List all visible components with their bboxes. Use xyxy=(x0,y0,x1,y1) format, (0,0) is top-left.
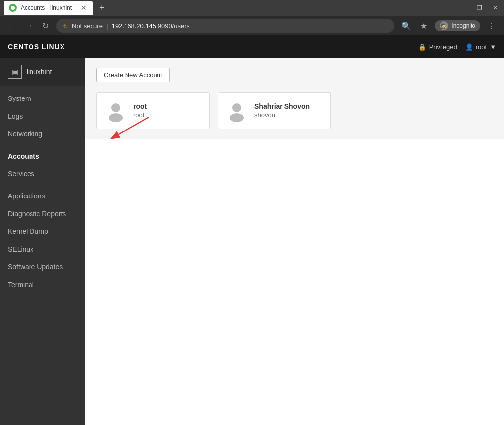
user-menu[interactable]: 👤 root ▼ xyxy=(465,43,496,51)
sidebar-item-diagnostic-reports[interactable]: Diagnostic Reports xyxy=(0,205,85,223)
account-username-shovon: shovon xyxy=(254,111,310,119)
toolbar-actions: 🔍 ★ 🕵 Incognito ⋮ xyxy=(399,19,498,33)
sidebar-item-terminal[interactable]: Terminal xyxy=(0,276,85,294)
nav-divider-1 xyxy=(0,145,85,145)
main-content: Create New Account root root xyxy=(85,58,504,139)
incognito-icon: 🕵 xyxy=(440,21,448,30)
sidebar: ▣ linuxhint System Logs Networking Accou… xyxy=(0,58,85,425)
svg-point-3 xyxy=(232,103,241,112)
account-username-root: root xyxy=(133,111,147,119)
sidebar-host[interactable]: ▣ linuxhint xyxy=(0,58,85,86)
account-info-shovon: Shahriar Shovon shovon xyxy=(254,102,310,119)
account-name-root: root xyxy=(133,102,147,110)
browser-tab[interactable]: Accounts - linuxhint ✕ xyxy=(4,1,93,15)
reload-button[interactable]: ↻ xyxy=(39,20,51,32)
browser-titlebar: Accounts - linuxhint ✕ + — ❐ ✕ xyxy=(0,0,504,16)
lock-icon: 🔒 xyxy=(418,43,426,51)
app-title: CENTOS LINUX xyxy=(8,43,65,51)
account-name-shovon: Shahriar Shovon xyxy=(254,102,310,110)
sidebar-item-software-updates[interactable]: Software Updates xyxy=(0,258,85,276)
tab-title: Accounts - linuxhint xyxy=(21,4,72,11)
security-warning-icon: ⚠ xyxy=(62,22,68,30)
svg-point-0 xyxy=(11,6,15,10)
sidebar-item-system[interactable]: System xyxy=(0,90,85,107)
header-actions: 🔒 Privileged 👤 root ▼ xyxy=(418,43,496,51)
chevron-down-icon: ▼ xyxy=(490,43,496,51)
avatar-shovon xyxy=(226,100,248,122)
sidebar-item-networking[interactable]: Networking xyxy=(0,125,85,143)
tab-favicon xyxy=(9,4,17,12)
security-label: Not secure | 192.168.20.145:9090/users xyxy=(72,22,388,30)
app-body: ▣ linuxhint System Logs Networking Accou… xyxy=(0,58,504,425)
create-account-button[interactable]: Create New Account xyxy=(96,68,170,82)
account-card-root[interactable]: root root xyxy=(96,92,210,129)
tab-close-button[interactable]: ✕ xyxy=(80,4,88,12)
new-tab-button[interactable]: + xyxy=(96,3,108,13)
browser-addressbar: ← → ↻ ⚠ Not secure | 192.168.20.145:9090… xyxy=(0,16,504,35)
user-label: root xyxy=(476,43,487,51)
minimize-button[interactable]: — xyxy=(459,3,469,13)
nav-divider-2 xyxy=(0,185,85,185)
forward-button[interactable]: → xyxy=(23,20,34,32)
search-button[interactable]: 🔍 xyxy=(399,19,413,33)
sidebar-item-services[interactable]: Services xyxy=(0,165,85,183)
svg-point-4 xyxy=(230,113,244,122)
svg-point-2 xyxy=(109,113,123,122)
app-container: CENTOS LINUX 🔒 Privileged 👤 root ▼ ▣ lin… xyxy=(0,35,504,425)
sidebar-item-kernel-dump[interactable]: Kernel Dump xyxy=(0,223,85,240)
sidebar-nav: System Logs Networking Accounts Services… xyxy=(0,86,85,297)
accounts-grid: root root Shahriar Shovon shovon xyxy=(96,92,492,129)
close-window-button[interactable]: ✕ xyxy=(490,3,500,13)
sidebar-item-selinux[interactable]: SELinux xyxy=(0,240,85,258)
maximize-button[interactable]: ❐ xyxy=(474,3,484,13)
bookmark-button[interactable]: ★ xyxy=(417,19,431,33)
privileged-button[interactable]: 🔒 Privileged xyxy=(418,43,457,51)
address-bar[interactable]: ⚠ Not secure | 192.168.20.145:9090/users xyxy=(56,19,394,33)
incognito-badge[interactable]: 🕵 Incognito xyxy=(435,20,480,31)
window-controls: — ❐ ✕ xyxy=(459,3,500,13)
sidebar-item-accounts[interactable]: Accounts xyxy=(0,147,85,165)
sidebar-item-logs[interactable]: Logs xyxy=(0,107,85,125)
account-info-root: root root xyxy=(133,102,147,119)
avatar-root xyxy=(105,100,126,122)
menu-button[interactable]: ⋮ xyxy=(484,19,498,33)
back-button[interactable]: ← xyxy=(6,20,18,32)
user-icon: 👤 xyxy=(465,43,473,51)
svg-point-1 xyxy=(111,103,120,112)
privileged-label: Privileged xyxy=(429,43,457,51)
main-wrapper: Create New Account root root xyxy=(85,58,504,425)
host-name: linuxhint xyxy=(27,68,52,76)
app-header: CENTOS LINUX 🔒 Privileged 👤 root ▼ xyxy=(0,35,504,58)
host-icon: ▣ xyxy=(8,65,22,79)
sidebar-item-applications[interactable]: Applications xyxy=(0,187,85,205)
incognito-label: Incognito xyxy=(451,22,475,29)
account-card-shovon[interactable]: Shahriar Shovon shovon xyxy=(218,92,331,129)
